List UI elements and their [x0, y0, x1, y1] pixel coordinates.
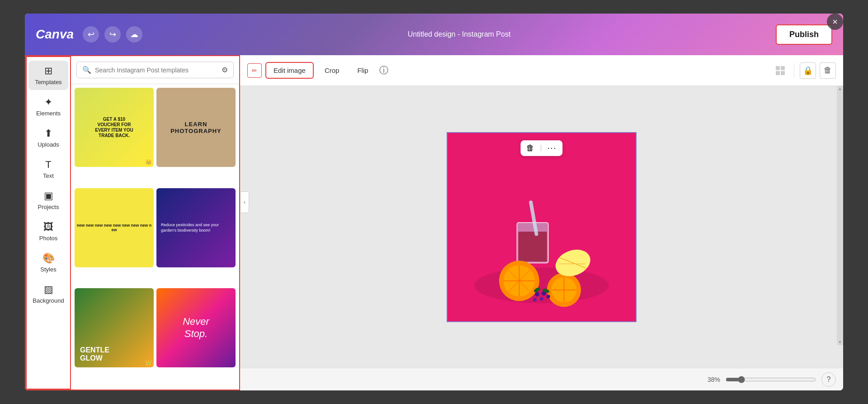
template-area: 🔍 ⚙ GET A $10VOUCHER FOREVERY ITEM YOUTR…	[71, 56, 239, 390]
topbar: Canva ↩ ↪ ☁ Untitled design - Instagram …	[25, 14, 843, 55]
publish-button[interactable]: Publish	[776, 24, 832, 45]
crop-button[interactable]: Crop	[317, 63, 347, 78]
styles-icon: 🎨	[42, 252, 55, 264]
scroll-up-arrow: ▲	[838, 87, 842, 91]
sidebar-item-text[interactable]: T Text	[28, 154, 68, 184]
template-card-gentle-glow[interactable]: GENTLEGLOW 👑	[75, 288, 154, 367]
template-card-new[interactable]: new new new new new new new new new	[75, 188, 154, 267]
canvas-main[interactable]: ▲ ▼ 🗑 | ···	[240, 86, 843, 368]
template-card-voucher[interactable]: GET A $10VOUCHER FOREVERY ITEM YOUTRADE …	[75, 88, 154, 167]
help-button[interactable]: ?	[821, 372, 836, 387]
text-icon: T	[45, 159, 51, 171]
sidebar-item-uploads[interactable]: ⬆ Uploads	[28, 123, 68, 152]
sidebar-item-styles[interactable]: 🎨 Styles	[28, 248, 68, 277]
scroll-down-arrow: ▼	[838, 340, 842, 344]
lock-button[interactable]: 🔒	[800, 62, 816, 79]
card-gentle-glow-text: GENTLEGLOW	[80, 346, 109, 362]
design-canvas[interactable]: 🗑 | ···	[447, 132, 637, 322]
canvas-area: ✏ Edit image Crop Flip ⓘ	[240, 55, 843, 390]
svg-point-25	[540, 297, 543, 300]
redo-button[interactable]: ↪	[104, 26, 121, 43]
elements-icon: ✦	[44, 96, 52, 108]
trash-icon: 🗑	[824, 66, 832, 75]
styles-label: Styles	[40, 266, 56, 273]
card-new-text: new new new new new new new new new	[76, 223, 152, 232]
canvas-toolbar: ✏ Edit image Crop Flip ⓘ	[240, 55, 843, 86]
collapse-panel-handle[interactable]: ‹	[240, 191, 249, 213]
templates-label: Templates	[35, 79, 61, 86]
search-bar: 🔍 ⚙	[71, 56, 239, 84]
design-title: Untitled design - Instagram Post	[142, 30, 776, 38]
toolbar-divider	[794, 63, 794, 78]
sidebar-item-background[interactable]: ▨ Background	[28, 279, 68, 309]
background-label: Background	[33, 297, 64, 304]
sidebar-item-projects[interactable]: ▣ Projects	[28, 185, 68, 215]
left-panel-inner: ⊞ Templates ✦ Elements ⬆ Uploads T Text	[26, 56, 239, 390]
zoom-value: 38%	[708, 376, 720, 383]
search-input-wrapper[interactable]: 🔍 ⚙	[76, 62, 234, 78]
undo-button[interactable]: ↩	[83, 26, 99, 43]
svg-rect-7	[518, 231, 547, 261]
svg-point-22	[535, 292, 539, 296]
uploads-icon: ⬆	[44, 128, 52, 139]
grid-view-button[interactable]	[772, 62, 788, 79]
zoom-slider[interactable]	[726, 376, 816, 383]
search-input[interactable]	[95, 67, 218, 74]
nav-sidebar: ⊞ Templates ✦ Elements ⬆ Uploads T Text	[26, 56, 71, 390]
template-card-never-stop[interactable]: NeverStop.	[156, 288, 236, 367]
svg-rect-2	[776, 71, 780, 75]
save-cloud-button[interactable]: ☁	[126, 26, 142, 43]
window-close-button[interactable]: ×	[827, 14, 843, 30]
canva-logo: Canva	[36, 27, 74, 42]
toolbar-right: 🔒 🗑	[772, 62, 836, 79]
crown-badge-voucher: 👑	[145, 159, 152, 165]
pencil-edit-icon[interactable]: ✏	[247, 63, 262, 78]
pencil-icon: ✏	[252, 67, 257, 74]
svg-point-26	[547, 295, 550, 298]
topbar-actions: ↩ ↪ ☁	[83, 26, 142, 43]
help-icon: ?	[827, 375, 831, 384]
flip-button[interactable]: Flip	[350, 63, 375, 78]
photos-icon: 🖼	[43, 221, 53, 233]
template-card-photography[interactable]: LEARNPHOTOGRAPHY	[156, 88, 236, 167]
svg-rect-0	[776, 66, 780, 70]
search-icon: 🔍	[82, 66, 91, 74]
card-never-stop-text: NeverStop.	[183, 316, 209, 340]
main-content: ⊞ Templates ✦ Elements ⬆ Uploads T Text	[25, 55, 843, 390]
app-window: Canva ↩ ↪ ☁ Untitled design - Instagram …	[25, 14, 843, 390]
filter-icon[interactable]: ⚙	[222, 66, 228, 74]
card-reduce-text: Reduce pesticides and see your garden's …	[161, 222, 231, 233]
sidebar-item-photos[interactable]: 🖼 Photos	[28, 217, 68, 246]
elements-label: Elements	[36, 110, 61, 117]
canvas-context-menu: 🗑 | ···	[520, 140, 562, 156]
svg-rect-3	[781, 71, 785, 75]
canvas-photo	[448, 133, 636, 321]
sidebar-item-templates[interactable]: ⊞ Templates	[28, 61, 68, 90]
crown-badge-glow: 👑	[145, 359, 152, 366]
info-icon[interactable]: ⓘ	[379, 64, 388, 76]
lock-icon: 🔒	[803, 66, 813, 76]
card-photography-text: LEARNPHOTOGRAPHY	[170, 121, 222, 134]
photos-label: Photos	[39, 235, 57, 242]
canvas-footer: 38% ?	[240, 368, 843, 390]
templates-icon: ⊞	[44, 65, 52, 77]
context-trash-icon: 🗑	[526, 143, 534, 152]
card-voucher-text: GET A $10VOUCHER FOREVERY ITEM YOUTRADE …	[95, 117, 133, 138]
sidebar-item-elements[interactable]: ✦ Elements	[28, 92, 68, 121]
delete-element-button[interactable]: 🗑	[820, 62, 836, 79]
template-card-reduce[interactable]: Reduce pesticides and see your garden's …	[156, 188, 236, 267]
projects-label: Projects	[38, 204, 59, 210]
projects-icon: ▣	[44, 190, 53, 202]
uploads-label: Uploads	[38, 141, 59, 148]
edit-image-button[interactable]: Edit image	[265, 62, 314, 79]
context-more-icon: ···	[547, 143, 557, 152]
context-more-button[interactable]: ···	[547, 143, 557, 153]
template-grid: GET A $10VOUCHER FOREVERY ITEM YOUTRADE …	[71, 84, 239, 390]
canvas-svg-art	[448, 133, 636, 321]
svg-point-24	[533, 298, 537, 301]
text-label: Text	[43, 172, 54, 179]
left-panel: ⊞ Templates ✦ Elements ⬆ Uploads T Text	[25, 55, 240, 390]
context-trash-button[interactable]: 🗑	[526, 143, 534, 153]
vertical-scrollbar[interactable]: ▲ ▼	[837, 86, 843, 345]
background-icon: ▨	[44, 284, 53, 295]
